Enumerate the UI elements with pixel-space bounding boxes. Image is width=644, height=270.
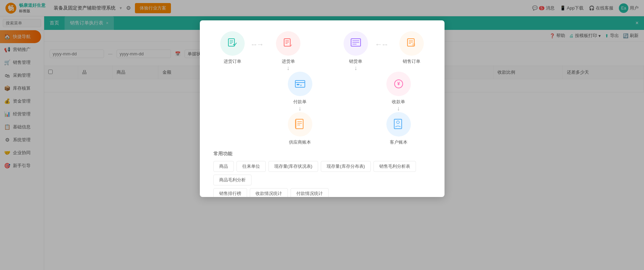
sales-bill-icon: [350, 37, 362, 50]
sales-order-icon: [405, 37, 418, 50]
func-btn-product-margin[interactable]: 商品毛利分析: [213, 175, 251, 185]
svg-text:¥: ¥: [397, 81, 400, 86]
payment-circle: ¥: [288, 72, 312, 96]
flow-item-receipt[interactable]: ¥ 收款单: [377, 72, 421, 105]
vertical-arrows-row2: ↓ ↓: [278, 105, 431, 112]
func-btn-stock-dist[interactable]: 现存量(库存分布表): [321, 161, 371, 172]
purchase-bill-circle: ✓: [276, 31, 300, 56]
content-area: 首页 销售订单执行表 × × ❓ 帮助 🖨 按模板打印 ▾: [44, 16, 644, 270]
flow-item-purchase-order[interactable]: 进货订单: [213, 31, 251, 65]
v-arrow-spacer5: [322, 105, 377, 112]
v-arrow-spacer: [213, 65, 251, 72]
svg-rect-24: [296, 119, 303, 129]
arrow-2: ← - -: [375, 40, 393, 56]
svg-text:✓: ✓: [290, 44, 292, 48]
modal-body: 进货订单 - - →: [200, 20, 445, 197]
v-arrow-payment: ↓: [278, 105, 322, 112]
flow-item-payment[interactable]: ¥ 付款单: [278, 72, 322, 105]
flow-label-sales-order: 销售订单: [403, 58, 420, 65]
sales-order-circle: [399, 31, 424, 56]
main-area: 🏠 快捷导航 📢 营销推广 🛒 销售管理 🛍 采购管理 📦 库存核算 💰: [0, 16, 644, 270]
v-arrow-spacer2: [251, 65, 269, 72]
v-arrow-purchase: ↓: [269, 65, 307, 72]
receipt-icon: ¥: [393, 78, 405, 90]
sales-bill-circle: [344, 31, 368, 56]
func-buttons-row1: 商品 往来单位 现存量(库存状况表) 现存量(库存分布表) 销售毛利分析表 商品…: [213, 161, 431, 185]
func-btn-payment-stats[interactable]: 付款情况统计: [291, 188, 329, 197]
receipt-circle: ¥: [386, 72, 411, 96]
customer-ledger-icon: [393, 118, 405, 130]
svg-text:¥: ¥: [300, 84, 302, 87]
supplier-ledger-circle: [288, 112, 312, 137]
func-btn-stock-status[interactable]: 现存量(库存状况表): [268, 161, 318, 172]
svg-rect-29: [394, 119, 402, 129]
purchase-order-circle: [220, 31, 245, 56]
flow-label-sales-bill: 销货单: [349, 58, 362, 65]
flow-diagram: 进货订单 - - →: [213, 31, 431, 145]
func-btn-counterparty[interactable]: 往来单位: [237, 161, 266, 172]
flow-item-supplier-ledger[interactable]: 供应商账本: [278, 112, 322, 145]
v-arrow-spacer4: [375, 65, 393, 72]
func-btn-sales-margin[interactable]: 销售毛利分析表: [373, 161, 416, 172]
func-btn-receipt-stats[interactable]: 收款情况统计: [250, 188, 288, 197]
app-container: 畅 畅康道好生意 标推版 装备及固定资产辅助管理系统 ▾ ⚙ 体验行业方案 💬 …: [0, 0, 644, 270]
svg-rect-20: [297, 84, 299, 85]
func-btn-product[interactable]: 商品: [213, 161, 234, 172]
svg-rect-17: [412, 43, 415, 46]
flow-row-3: 供应商账本: [278, 112, 431, 145]
flow-label-receipt: 收款单: [392, 99, 405, 105]
func-btn-sales-rank[interactable]: 销售排行榜: [213, 188, 247, 197]
common-functions-title: 常用功能: [213, 151, 431, 157]
svg-rect-25: [295, 120, 296, 128]
v-arrow-spacer3: [307, 65, 336, 72]
modal-overlay: 进货订单 - - →: [44, 16, 644, 270]
flow-item-sales-bill[interactable]: 销货单: [337, 31, 375, 65]
quick-nav-modal: 进货订单 - - →: [200, 20, 445, 197]
flow-label-customer-ledger: 客户账本: [390, 139, 407, 145]
flow-label-payment: 付款单: [293, 99, 307, 105]
flow-item-purchase-bill[interactable]: ✓ 进货单: [269, 31, 307, 65]
supplier-ledger-icon: [294, 118, 306, 130]
func-buttons-row2: 销售排行榜 收款情况统计 付款情况统计: [213, 188, 431, 197]
flow-label-purchase-bill: 进货单: [282, 58, 295, 65]
arrow-1: - - →: [251, 40, 269, 56]
customer-ledger-circle: [386, 112, 411, 137]
common-functions-section: 常用功能 商品 往来单位 现存量(库存状况表) 现存量(库存分布表) 销售毛利分…: [213, 145, 431, 197]
flow-label-purchase-order: 进货订单: [224, 58, 241, 65]
v-arrow-sales-order: [393, 65, 431, 72]
purchase-order-icon: [226, 37, 239, 50]
purchase-bill-icon: ✓: [282, 37, 294, 50]
flow-row-2: ¥ 付款单: [278, 72, 431, 105]
payment-icon: ¥: [294, 78, 306, 90]
v-arrow-sales: ↓: [337, 65, 375, 72]
flow-label-supplier-ledger: 供应商账本: [289, 139, 311, 145]
flow-item-customer-ledger[interactable]: 客户账本: [377, 112, 421, 145]
v-arrow-receipt: ↓: [377, 105, 421, 112]
flow-item-sales-order[interactable]: 销售订单: [393, 31, 431, 65]
vertical-arrows-row: ↓ ↓: [213, 65, 431, 72]
flow-row-1: 进货订单 - - →: [213, 31, 431, 65]
svg-point-30: [397, 121, 399, 124]
